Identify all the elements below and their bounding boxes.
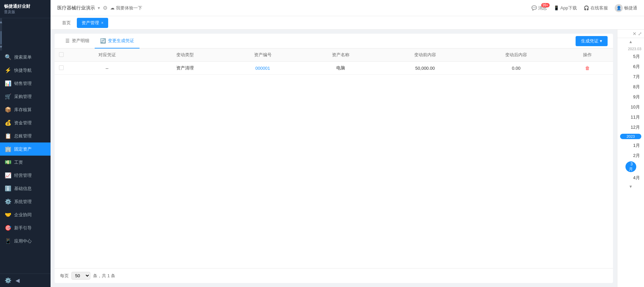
subtab1-label: 资产明细 (72, 38, 89, 44)
app-logo: 畅捷通好业财 普及版 (0, 0, 51, 18)
sidebar-item-inventory[interactable]: 📦 库存核算 (0, 103, 51, 116)
sidebar-item-purchase[interactable]: 🛒 采购管理 (0, 90, 51, 103)
company-dropdown-icon[interactable]: ▾ (98, 5, 100, 10)
home-tab-label: 首页 (62, 20, 71, 25)
sidebar-item-collab[interactable]: 🤝 企业协同 (0, 208, 51, 221)
tab-close-icon[interactable]: × (101, 21, 103, 25)
calendar-close-button[interactable]: ✕ (633, 31, 637, 36)
scroll-up-icon[interactable]: ▲ (0, 20, 3, 24)
header-settings-icon[interactable]: ⚙ (103, 5, 108, 11)
col-after-content: 变动后内容 (471, 49, 562, 62)
tab-assets-management[interactable]: 资产管理 × (77, 18, 108, 28)
per-page-select[interactable]: 50 10 20 100 (71, 272, 90, 280)
online-service-button[interactable]: 🎧 在线客服 (584, 5, 608, 11)
sidebar-item-system[interactable]: ⚙️ 系统管理 (0, 195, 51, 208)
sidebar-item-salary[interactable]: 💵 工资 (0, 156, 51, 169)
sidebar-item-quicknav[interactable]: ⚡ 快捷导航 (0, 64, 51, 77)
col-before-content: 变动前内容 (379, 49, 471, 62)
sub-tabs-bar: ☰ 资产明细 🔄 变更生成凭证 生成凭证 ▾ (55, 34, 613, 49)
table-container: 对应凭证 变动类型 资产编号 资产名称 (55, 49, 613, 268)
col-asset-code: 资产编号 (224, 49, 302, 62)
subtab-asset-detail[interactable]: ☰ 资产明细 (60, 34, 95, 49)
scroll-down-icon[interactable]: ▼ (0, 44, 3, 49)
cal-month-2[interactable]: 2月 (617, 151, 644, 161)
col-voucher-label: 对应凭证 (98, 52, 116, 57)
settings-bottom-icon[interactable]: ⚙️ (5, 277, 11, 284)
cloud-icon: ☁ (110, 5, 115, 10)
cell-asset-code: 000001 (224, 62, 302, 75)
cal-month-9[interactable]: 9月 (617, 92, 644, 102)
sidebar-item-appcenter[interactable]: 📱 应用中心 (0, 234, 51, 248)
sidebar-item-operations[interactable]: 📈 经营管理 (0, 169, 51, 182)
sidebar-item-basicinfo[interactable]: ℹ️ 基础信息 (0, 182, 51, 195)
current-year-badge[interactable]: 2023 (620, 134, 641, 139)
app-download-button[interactable]: 📱 App下载 (554, 5, 577, 11)
service-icon: 🎧 (584, 5, 589, 10)
table-row: -- 资产清理 000001 电脑 (55, 62, 613, 75)
cal-month-1[interactable]: 1月 (617, 140, 644, 151)
col-changetype-label: 变动类型 (176, 52, 194, 57)
delete-icon[interactable]: 🗑 (585, 65, 590, 71)
sidebar-label-collab: 企业协同 (14, 212, 32, 218)
collapse-icon[interactable]: ◀ (16, 277, 20, 284)
cal-month-12[interactable]: 12月 (617, 122, 644, 132)
app-download-label: App下载 (560, 5, 577, 11)
col-assetname-label: 资产名称 (332, 52, 349, 57)
sidebar-item-ledger[interactable]: 📋 总账管理 (0, 129, 51, 142)
company-name: 医疗器械行业演示 (57, 5, 95, 11)
messages-badge: 99+ (541, 3, 550, 7)
asset-code-value[interactable]: 000001 (255, 66, 270, 71)
online-service-label: 在线客服 (590, 5, 608, 11)
col-change-type: 变动类型 (146, 49, 224, 62)
col-before-label: 变动前内容 (414, 52, 436, 57)
assets-icon: 🏢 (5, 146, 11, 152)
data-table: 对应凭证 变动类型 资产编号 资产名称 (55, 49, 613, 75)
col-after-label: 变动后内容 (505, 52, 527, 57)
calendar-nav-down[interactable]: ▼ (617, 183, 644, 190)
cell-after-content: 0.00 (471, 62, 562, 75)
scrollbar-thumb[interactable] (0, 31, 2, 44)
sidebar-item-sales[interactable]: 📊 销售管理 (0, 77, 51, 90)
inventory-icon: 📦 (5, 106, 11, 113)
cell-voucher: -- (68, 62, 146, 75)
sidebar-item-search[interactable]: 🔍 搜索菜单 (0, 51, 51, 64)
content-main: ☰ 资产明细 🔄 变更生成凭证 生成凭证 ▾ (51, 30, 617, 287)
cal-month-10[interactable]: 10月 (617, 102, 644, 112)
sub-tabs-left: ☰ 资产明细 🔄 变更生成凭证 (60, 34, 140, 49)
sidebar-item-funds[interactable]: 💰 资金管理 (0, 116, 51, 129)
generate-btn-label: 生成凭证 (581, 38, 599, 44)
cal-month-8[interactable]: 8月 (617, 82, 644, 92)
row-checkbox[interactable] (59, 65, 64, 70)
generate-voucher-button[interactable]: 生成凭证 ▾ (576, 36, 608, 46)
basicinfo-icon: ℹ️ (5, 185, 11, 192)
sidebar-label-quicknav: 快捷导航 (14, 67, 32, 73)
experience-button[interactable]: ☁ 我要体验一下 (110, 5, 142, 11)
cell-before-content: 50,000.00 (379, 62, 471, 75)
sidebar-scrollbar: ▲ ▼ (0, 18, 2, 51)
sidebar-item-guide[interactable]: 🎯 新手引导 (0, 221, 51, 234)
calendar-expand-button[interactable]: ⤢ (638, 31, 642, 36)
voucher-value: -- (105, 66, 109, 71)
calendar-nav-up[interactable]: ▲ (617, 38, 644, 45)
select-all-checkbox[interactable] (59, 52, 64, 57)
cal-month-7[interactable]: 7月 (617, 72, 644, 82)
sidebar-label-operations: 经营管理 (14, 172, 32, 179)
experience-label: 我要体验一下 (116, 5, 142, 11)
sidebar-item-assets[interactable]: 🏢 固定资产 (0, 142, 51, 156)
per-page-label: 每页 (60, 273, 69, 279)
cal-month-3-current[interactable]: 3月 (625, 161, 636, 172)
salary-icon: 💵 (5, 159, 11, 165)
col-assetcode-label: 资产编号 (254, 52, 272, 57)
subtab-generate-voucher[interactable]: 🔄 变更生成凭证 (95, 34, 140, 49)
sidebar-bottom: ⚙️ ◀ (0, 274, 51, 287)
sidebar-label-search: 搜索菜单 (14, 54, 32, 60)
messages-button[interactable]: 💬 消息 99+ (531, 5, 547, 11)
cal-month-4[interactable]: 4月 (617, 173, 644, 183)
cal-month-11[interactable]: 11月 (617, 112, 644, 122)
user-menu[interactable]: 👤 畅捷通 (615, 4, 637, 12)
voucher-icon: 🔄 (100, 38, 106, 43)
cal-month-5[interactable]: 5月 (617, 52, 644, 62)
sidebar-label-inventory: 库存核算 (14, 107, 32, 113)
tab-home[interactable]: 首页 (57, 18, 75, 28)
cal-month-6[interactable]: 6月 (617, 62, 644, 72)
